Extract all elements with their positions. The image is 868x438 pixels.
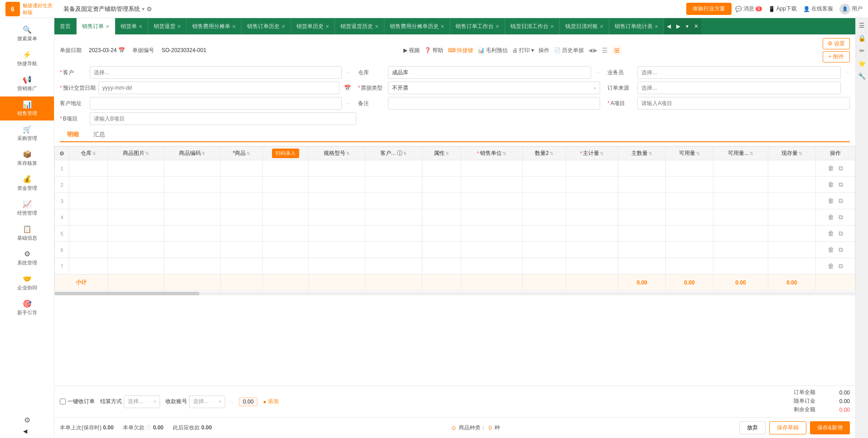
order-source-input[interactable] [637, 82, 841, 94]
sidebar-item-inventory[interactable]: 📦 库存核算 [0, 146, 54, 170]
customer-code-cell[interactable] [365, 160, 422, 177]
sidebar-item-purchase[interactable]: 🛒 采购管理 [0, 121, 54, 145]
online-service-button[interactable]: 👤 在线客服 [803, 5, 833, 13]
app-download-button[interactable]: 📱 App下载 [768, 5, 797, 13]
info-icon[interactable]: ⓘ [146, 424, 151, 431]
right-panel-icon-4[interactable]: ⭐ [858, 60, 866, 67]
copy-row-icon[interactable]: ⧉ [837, 230, 844, 237]
delete-row-icon[interactable]: 🗑 [826, 246, 835, 253]
main-unit-cell[interactable] [566, 160, 618, 177]
col-unit[interactable]: *销售单位⇅ [461, 147, 523, 160]
operate-button[interactable]: 操作 [538, 47, 549, 54]
tab-home[interactable]: 首页 [54, 18, 77, 34]
delete-row-icon[interactable]: 🗑 [826, 230, 835, 237]
right-panel-icon-3[interactable]: ✏ [859, 47, 865, 54]
print-dropdown-icon[interactable]: ▾ [531, 47, 534, 53]
tab-sales-stats[interactable]: 销售订单统计表 ✕ [609, 18, 664, 34]
sidebar-item-operations[interactable]: 📈 经营管理 [0, 196, 54, 220]
address-input[interactable] [90, 97, 342, 110]
col-qty2[interactable]: 数量2⇅ [522, 147, 566, 160]
col-main-qty[interactable]: 主数量⇅ [618, 147, 666, 160]
tab-order-workbench[interactable]: 销售订单工作台 ✕ [450, 18, 505, 34]
sidebar-item-basic-info[interactable]: 📋 基础信息 [0, 221, 54, 245]
tab-close-icon[interactable]: ✕ [232, 24, 236, 29]
tab-sales-invoice[interactable]: 销货单 ✕ [115, 18, 148, 34]
tab-close-icon[interactable]: ✕ [600, 24, 603, 29]
col-available[interactable]: 可用量⇅ [666, 147, 713, 160]
col-attr[interactable]: 属性⇅ [422, 147, 461, 160]
add-button[interactable]: ● 添加 [263, 398, 278, 405]
settings-icon[interactable]: ⚙ [146, 5, 152, 13]
name-cell[interactable] [221, 160, 263, 177]
tab-next-button[interactable]: ▶ [674, 18, 683, 34]
tab-fee-split-history[interactable]: 销售费用分摊单历史 ✕ [384, 18, 450, 34]
col-stock[interactable]: 现存量⇅ [768, 147, 816, 160]
sidebar-collapse-button[interactable]: ◀ [0, 428, 54, 434]
tab-close-icon[interactable]: ✕ [139, 24, 142, 29]
col-available2[interactable]: 可用量...⇅ [713, 147, 768, 160]
tab-close-icon[interactable]: ✕ [106, 24, 109, 29]
tab-close-icon[interactable]: ✕ [655, 24, 658, 29]
history-doc-button[interactable]: 📄 历史单据 [554, 47, 584, 54]
right-panel-icon-5[interactable]: 🔧 [858, 72, 866, 80]
tab-close-icon[interactable]: ✕ [281, 24, 285, 29]
horizontal-scrollbar[interactable] [54, 292, 855, 295]
tab-close-icon[interactable]: ✕ [325, 24, 329, 29]
delete-row-icon[interactable]: 🗑 [826, 262, 835, 270]
goods-count-icon[interactable]: ⊙ [451, 425, 456, 431]
right-panel-icon-1[interactable]: ☰ [859, 22, 865, 29]
sidebar-item-system[interactable]: ⚙ 系统管理 [0, 246, 54, 270]
sidebar-item-finance[interactable]: 💰 资金管理 [0, 171, 54, 195]
calendar-icon[interactable]: 📅 [118, 47, 125, 53]
copy-row-icon[interactable]: ⧉ [837, 262, 844, 270]
copy-row-icon[interactable]: ⧉ [837, 246, 844, 253]
tab-close-icon[interactable]: ✕ [495, 24, 499, 29]
col-spec[interactable]: 规格型号⇅ [308, 147, 365, 160]
tab-sales-order[interactable]: 销售订单 ✕ [77, 18, 115, 34]
copy-row-icon[interactable]: ⧉ [837, 197, 844, 204]
col-code[interactable]: 商品编码⇅ [164, 147, 221, 160]
unit-cell[interactable] [461, 160, 523, 177]
address-more-icon[interactable]: ··· [346, 100, 351, 106]
user-button[interactable]: 👤 用户 [839, 4, 863, 14]
tab-invoice-history[interactable]: 销货单历史 ✕ [291, 18, 335, 34]
copy-row-icon[interactable]: ⧉ [837, 213, 844, 221]
warehouse-value[interactable]: 成品库 [388, 66, 592, 79]
col-warehouse[interactable]: 仓库⇅ [69, 147, 108, 160]
quick-order-checkbox[interactable] [60, 399, 66, 404]
customer-input[interactable] [90, 66, 342, 79]
warehouse-cell[interactable] [69, 160, 108, 177]
tab-close-all-button[interactable]: ✕ [691, 18, 701, 34]
save-new-button[interactable]: 保存&新增 [810, 421, 850, 434]
settings-bottom-icon[interactable]: ⚙ [24, 416, 30, 424]
dropdown-arrow-icon[interactable]: ▾ [142, 6, 145, 12]
view-video-button[interactable]: ▶ 视频 [403, 47, 420, 54]
delete-row-icon[interactable]: 🗑 [826, 164, 835, 172]
scrollbar-thumb[interactable] [54, 292, 199, 295]
help-button[interactable]: ❓ 帮助 [424, 47, 443, 54]
calendar2-icon[interactable]: 📅 [344, 85, 351, 91]
stock-cell[interactable] [768, 160, 816, 177]
remark-input[interactable] [388, 97, 601, 110]
tab-daily-reconcile[interactable]: 钱货日清对账 ✕ [560, 18, 609, 34]
salesperson-input[interactable] [637, 66, 841, 79]
account-select[interactable]: 选择... ▾ [189, 395, 225, 408]
scan-button[interactable]: 扫码录入 [272, 149, 299, 158]
message-button[interactable]: 💬 消息 9 [735, 5, 762, 13]
list-view-button[interactable]: ☰ [602, 47, 608, 54]
col-image[interactable]: 商品图片⇅ [107, 147, 164, 160]
main-qty-cell[interactable] [618, 160, 666, 177]
tab-sales-order-history[interactable]: 销售订单历史 ✕ [242, 18, 291, 34]
attr-cell[interactable] [422, 160, 461, 177]
delivery-date-input[interactable] [98, 82, 339, 94]
tab-sales-fee-split[interactable]: 销售费用分摊单 ✕ [187, 18, 242, 34]
tab-close-icon[interactable]: ✕ [550, 24, 554, 29]
copy-row-icon[interactable]: ⧉ [837, 181, 844, 188]
tab-close-icon[interactable]: ✕ [441, 24, 444, 29]
settings-button[interactable]: ⚙ 设置 [823, 38, 850, 49]
col-customer-code[interactable]: 客户... ⓘ⇅ [365, 147, 422, 160]
available2-cell[interactable] [713, 160, 768, 177]
print-button[interactable]: 🖨 打印 ▾ [512, 47, 534, 54]
sidebar-item-enterprise[interactable]: 🤝 企业协同 [0, 271, 54, 295]
customer-more-icon[interactable]: ··· [346, 69, 351, 76]
